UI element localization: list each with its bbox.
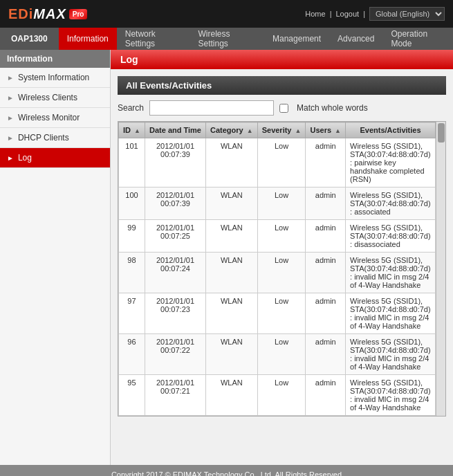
cell-severity: Low <box>257 187 306 220</box>
cell-category: WLAN <box>206 187 258 220</box>
cell-severity: Low <box>257 293 306 334</box>
sidebar-item-dhcp-clients[interactable]: ► DHCP Clients <box>0 128 110 148</box>
table-row: 100 2012/01/01 00:07:39 WLAN Low admin W… <box>119 187 436 220</box>
cell-category: WLAN <box>206 253 258 293</box>
events-table: ID ▲ Date and Time Category ▲ Severity ▲ <box>118 122 436 416</box>
logo-area: EDiMAX Pro <box>8 6 87 22</box>
cell-users: admin <box>306 220 346 253</box>
footer: Copyright 2017 © EDIMAX Technology Co., … <box>0 465 453 476</box>
sidebar-item-label: Wireless Clients <box>18 93 77 102</box>
col-users[interactable]: Users ▲ <box>306 122 346 138</box>
table-scroll-area[interactable]: ID ▲ Date and Time Category ▲ Severity ▲ <box>118 122 436 416</box>
nav-items: Information Network Settings Wireless Se… <box>59 28 453 50</box>
nav-bar: OAP1300 Information Network Settings Wir… <box>0 28 453 50</box>
table-row: 99 2012/01/01 00:07:25 WLAN Low admin Wi… <box>119 220 436 253</box>
cell-date: 2012/01/01 00:07:24 <box>145 253 205 293</box>
search-label: Search <box>118 103 144 113</box>
nav-item-management[interactable]: Management <box>264 28 329 50</box>
cell-events: Wireless 5G (SSID1), STA(30:07:4d:88:d0:… <box>346 138 436 187</box>
arrow-icon: ► <box>7 94 14 102</box>
cell-id: 97 <box>119 293 145 334</box>
search-bar: Search Match whole words <box>118 100 446 116</box>
cell-severity: Low <box>257 220 306 253</box>
cell-severity: Low <box>257 334 306 375</box>
cell-id: 100 <box>119 187 145 220</box>
table-row: 101 2012/01/01 00:07:39 WLAN Low admin W… <box>119 138 436 187</box>
footer-text: Copyright 2017 © EDIMAX Technology Co., … <box>111 470 342 476</box>
cell-id: 98 <box>119 253 145 293</box>
content-area: Log All Events/Activities Search Match w… <box>111 50 453 465</box>
cell-severity: Low <box>257 138 306 187</box>
section-title: All Events/Activities <box>118 76 446 95</box>
cell-date: 2012/01/01 00:07:23 <box>145 293 205 334</box>
logo-pro: Pro <box>69 9 88 19</box>
arrow-icon: ► <box>7 74 14 82</box>
nav-item-information[interactable]: Information <box>59 28 117 50</box>
cell-events: Wireless 5G (SSID1), STA(30:07:4d:88:d0:… <box>346 220 436 253</box>
cell-severity: Low <box>257 253 306 293</box>
sidebar-item-label: System Information <box>18 73 89 82</box>
home-link[interactable]: Home <box>305 10 325 18</box>
col-events[interactable]: Events/Activities <box>346 122 436 138</box>
cell-category: WLAN <box>206 138 258 187</box>
top-header: EDiMAX Pro Home | Logout | Global (Engli… <box>0 0 453 28</box>
cell-date: 2012/01/01 00:07:22 <box>145 334 205 375</box>
cell-events: Wireless 5G (SSID1), STA(30:07:4d:88:d0:… <box>346 253 436 293</box>
table-section: All Events/Activities Search Match whole… <box>111 69 453 423</box>
cell-category: WLAN <box>206 334 258 375</box>
col-category[interactable]: Category ▲ <box>206 122 258 138</box>
arrow-icon: ► <box>7 154 14 162</box>
logout-link[interactable]: Logout <box>335 10 359 18</box>
sort-arrow-category: ▲ <box>247 127 253 134</box>
cell-category: WLAN <box>206 220 258 253</box>
search-input[interactable] <box>149 100 274 116</box>
cell-date: 2012/01/01 00:07:39 <box>145 138 205 187</box>
table-row: 96 2012/01/01 00:07:22 WLAN Low admin Wi… <box>119 334 436 375</box>
cell-users: admin <box>306 253 346 293</box>
nav-item-network-settings[interactable]: Network Settings <box>117 28 190 50</box>
cell-category: WLAN <box>206 375 258 416</box>
cell-users: admin <box>306 138 346 187</box>
nav-item-advanced[interactable]: Advanced <box>329 28 382 50</box>
match-whole-words-label: Match whole words <box>297 103 368 113</box>
sort-arrow-severity: ▲ <box>295 127 302 134</box>
scrollbar-track <box>436 122 445 416</box>
match-whole-words-checkbox[interactable] <box>279 104 288 113</box>
cell-category: WLAN <box>206 293 258 334</box>
table-row: 95 2012/01/01 00:07:21 WLAN Low admin Wi… <box>119 375 436 416</box>
table-row: 98 2012/01/01 00:07:24 WLAN Low admin Wi… <box>119 253 436 293</box>
cell-id: 96 <box>119 334 145 375</box>
cell-id: 99 <box>119 220 145 253</box>
language-select[interactable]: Global (English) <box>369 7 445 21</box>
sort-arrow-id: ▲ <box>134 127 140 134</box>
top-links: Home | Logout | Global (English) <box>305 7 445 21</box>
device-name: OAP1300 <box>0 34 59 44</box>
sidebar-item-label: DHCP Clients <box>18 133 69 143</box>
sidebar-item-log[interactable]: ► Log <box>0 148 110 168</box>
cell-id: 101 <box>119 138 145 187</box>
cell-id: 95 <box>119 375 145 416</box>
sidebar: Information ► System Information ► Wirel… <box>0 50 111 465</box>
content-title-text: Log <box>120 54 138 65</box>
nav-item-operation-mode[interactable]: Operation Mode <box>382 28 453 50</box>
col-severity[interactable]: Severity ▲ <box>257 122 306 138</box>
col-id[interactable]: ID ▲ <box>119 122 145 138</box>
logo-edimax: EDiMAX <box>8 6 66 22</box>
sidebar-item-wireless-clients[interactable]: ► Wireless Clients <box>0 88 110 108</box>
sidebar-item-label: Log <box>18 153 32 163</box>
col-date[interactable]: Date and Time <box>145 122 205 138</box>
arrow-icon: ► <box>7 114 14 122</box>
sort-arrow-users: ▲ <box>335 127 341 134</box>
sidebar-item-system-information[interactable]: ► System Information <box>0 68 110 88</box>
table-row: 97 2012/01/01 00:07:23 WLAN Low admin Wi… <box>119 293 436 334</box>
cell-events: Wireless 5G (SSID1), STA(30:07:4d:88:d0:… <box>346 187 436 220</box>
cell-users: admin <box>306 375 346 416</box>
arrow-icon: ► <box>7 134 14 142</box>
cell-date: 2012/01/01 00:07:21 <box>145 375 205 416</box>
cell-users: admin <box>306 334 346 375</box>
sidebar-item-wireless-monitor[interactable]: ► Wireless Monitor <box>0 108 110 128</box>
cell-events: Wireless 5G (SSID1), STA(30:07:4d:88:d0:… <box>346 293 436 334</box>
cell-severity: Low <box>257 375 306 416</box>
nav-item-wireless-settings[interactable]: Wireless Settings <box>189 28 264 50</box>
cell-events: Wireless 5G (SSID1), STA(30:07:4d:88:d0:… <box>346 375 436 416</box>
